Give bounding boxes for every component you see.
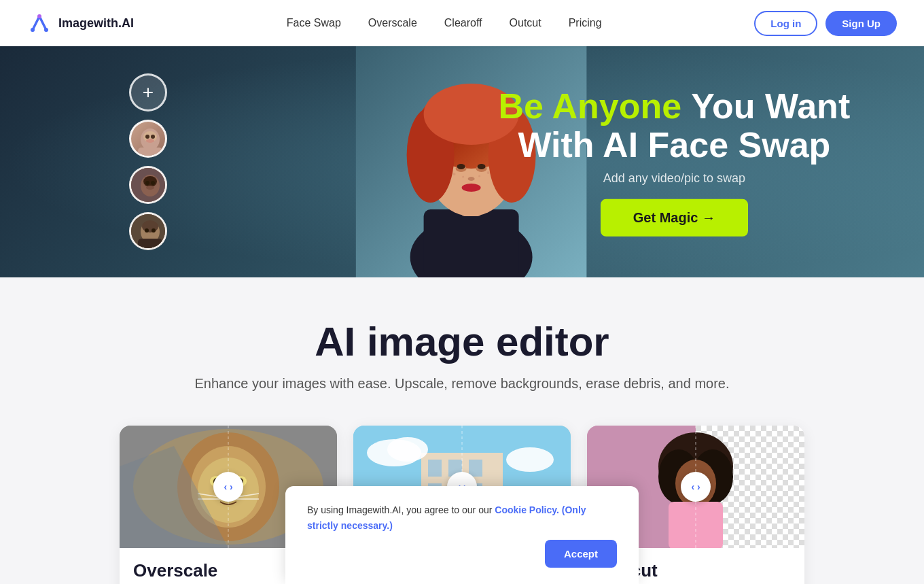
- svg-point-2: [44, 28, 48, 32]
- face-circle-2[interactable]: [129, 166, 167, 204]
- svg-rect-59: [428, 460, 442, 477]
- svg-point-32: [151, 181, 155, 185]
- svg-point-24: [145, 135, 149, 139]
- svg-point-14: [457, 164, 465, 169]
- svg-rect-61: [469, 460, 482, 477]
- nav-overscale[interactable]: Overscale: [368, 17, 417, 29]
- svg-point-21: [487, 171, 490, 174]
- logo-text: Imagewith.AI: [58, 16, 134, 31]
- nav-pricing[interactable]: Pricing: [569, 17, 602, 29]
- hero-subtitle: Add any video/pic to swap: [499, 171, 851, 186]
- svg-point-31: [145, 181, 149, 185]
- svg-point-36: [142, 220, 158, 233]
- svg-point-25: [151, 135, 155, 139]
- svg-point-15: [478, 164, 486, 169]
- svg-point-30: [143, 176, 157, 187]
- slider-arrows-icon: ‹ ›: [224, 481, 232, 492]
- signup-button[interactable]: Sign Up: [825, 11, 897, 36]
- svg-point-37: [145, 228, 149, 233]
- hero-title-line2: With AI Face Swap: [499, 126, 851, 165]
- svg-point-16: [468, 177, 475, 181]
- cookie-text-main: By using Imagewith.AI, you agree to our: [307, 504, 476, 515]
- face-circle-1[interactable]: [129, 120, 167, 158]
- svg-point-19: [462, 176, 464, 178]
- svg-point-65: [387, 437, 428, 462]
- header: Imagewith.AI Face Swap Overscale Clearof…: [0, 0, 924, 46]
- login-button[interactable]: Log in: [754, 11, 817, 36]
- svg-point-26: [146, 139, 154, 143]
- cookie-row: Accept: [307, 540, 617, 568]
- section-title: AI image editor: [54, 318, 870, 365]
- svg-rect-27: [138, 148, 162, 158]
- face-circle-3[interactable]: [129, 212, 167, 250]
- svg-rect-39: [138, 239, 162, 250]
- svg-point-33: [146, 186, 154, 190]
- plus-icon: +: [143, 82, 154, 103]
- logo[interactable]: Imagewith.AI: [27, 11, 134, 35]
- nav-clearoff[interactable]: Clearoff: [444, 17, 482, 29]
- hero-cta-button[interactable]: Get Magic →: [601, 199, 748, 237]
- slider-arrows-icon-3: ‹ ›: [691, 481, 700, 492]
- hero-title-line1: Be Anyone You Want: [499, 87, 851, 126]
- hero-section: + Be Anyone You Want With AI Face Swap A…: [0, 46, 924, 277]
- svg-point-0: [37, 14, 41, 18]
- main-nav: Face Swap Overscale Clearoff Outcut Pric…: [287, 17, 602, 29]
- cookie-text: By using Imagewith.AI, you agree to our …: [307, 502, 617, 533]
- nav-face-swap[interactable]: Face Swap: [287, 17, 341, 29]
- hero-title-accent: Be Anyone: [499, 87, 682, 126]
- svg-point-18: [453, 173, 456, 175]
- cookie-banner: By using Imagewith.AI, you agree to our …: [285, 486, 639, 584]
- svg-point-20: [478, 175, 480, 177]
- face-add-button[interactable]: +: [129, 73, 167, 111]
- card-outcut-slider[interactable]: ‹ ›: [681, 472, 711, 502]
- hero-title-white: You Want: [691, 87, 850, 126]
- svg-point-1: [31, 28, 35, 32]
- svg-point-38: [152, 228, 156, 233]
- cookie-accept-button[interactable]: Accept: [545, 540, 617, 568]
- card-overscale-slider[interactable]: ‹ ›: [213, 472, 243, 502]
- svg-point-17: [462, 184, 481, 192]
- logo-icon: [27, 11, 52, 35]
- section-subtitle: Enhance your images with ease. Upscale, …: [54, 376, 870, 392]
- hero-text: Be Anyone You Want With AI Face Swap Add…: [499, 87, 851, 237]
- nav-outcut[interactable]: Outcut: [510, 17, 541, 29]
- header-actions: Log in Sign Up: [754, 11, 897, 36]
- svg-point-66: [506, 447, 554, 472]
- face-circles: +: [129, 73, 167, 250]
